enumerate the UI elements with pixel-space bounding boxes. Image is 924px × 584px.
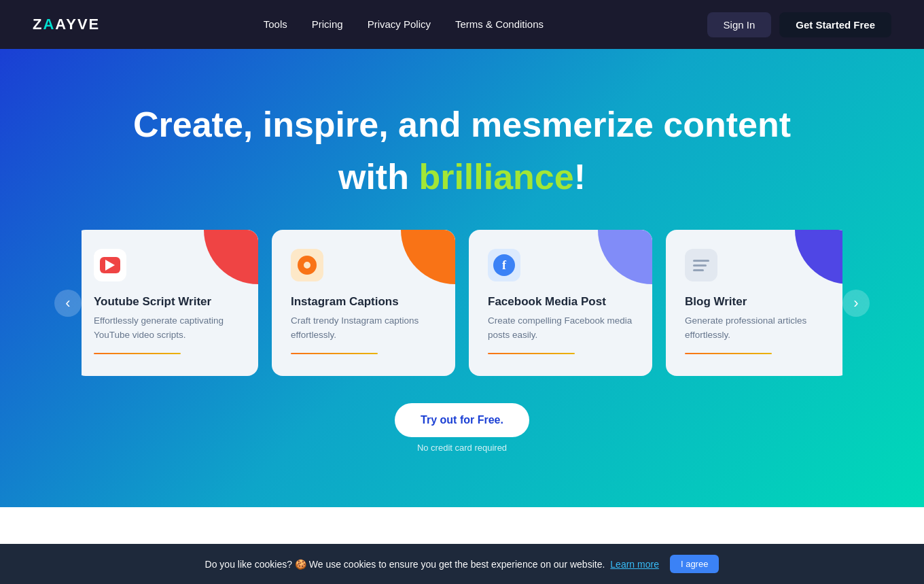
instagram-icon bbox=[291, 249, 323, 281]
signin-button[interactable]: Sign In bbox=[707, 12, 772, 37]
card-title-facebook: Facebook Media Post bbox=[488, 295, 633, 309]
nav-privacy[interactable]: Privacy Policy bbox=[368, 18, 431, 30]
nav-links: Tools Pricing Privacy Policy Terms & Con… bbox=[264, 18, 544, 31]
try-free-button[interactable]: Try out for Free. bbox=[395, 403, 529, 437]
carousel-prev-button[interactable]: ‹ bbox=[54, 290, 82, 317]
cookie-agree-button[interactable]: I agree bbox=[670, 555, 719, 573]
card-deco-youtube bbox=[204, 230, 258, 284]
youtube-icon bbox=[94, 249, 126, 281]
hero-title-line1: Create, inspire, and mesmerize content bbox=[33, 103, 891, 145]
card-youtube: Youtube Script Writer Effortlessly gener… bbox=[82, 230, 258, 376]
card-divider-facebook bbox=[488, 353, 575, 354]
cookie-learn-more[interactable]: Learn more bbox=[610, 559, 659, 570]
card-facebook: f Facebook Media Post Create compelling … bbox=[469, 230, 652, 376]
card-deco-instagram bbox=[401, 230, 455, 284]
card-desc-instagram: Craft trendy Instagram captions effortle… bbox=[291, 314, 436, 342]
nav-pricing[interactable]: Pricing bbox=[312, 18, 343, 30]
cards-container: Youtube Script Writer Effortlessly gener… bbox=[82, 230, 842, 376]
card-title-youtube: Youtube Script Writer bbox=[94, 295, 239, 309]
try-note: No credit card required bbox=[417, 443, 507, 453]
blog-icon bbox=[685, 249, 717, 281]
card-desc-youtube: Effortlessly generate captivating YouTub… bbox=[94, 314, 239, 342]
card-desc-blog: Generate professional articles effortles… bbox=[685, 314, 830, 342]
card-instagram: Instagram Captions Craft trendy Instagra… bbox=[272, 230, 455, 376]
card-deco-blog bbox=[795, 230, 842, 284]
card-divider-instagram bbox=[291, 353, 378, 354]
hero-title-line2: with brilliance! bbox=[33, 156, 891, 197]
card-divider-blog bbox=[685, 353, 772, 354]
card-divider-youtube bbox=[94, 353, 181, 354]
cookie-text: Do you like cookies? 🍪 We use cookies to… bbox=[205, 559, 605, 570]
get-started-button[interactable]: Get Started Free bbox=[779, 12, 891, 37]
card-deco-facebook bbox=[598, 230, 652, 284]
nav-actions: Sign In Get Started Free bbox=[707, 12, 891, 37]
try-section: Try out for Free. No credit card require… bbox=[33, 403, 891, 453]
cookie-banner: Do you like cookies? 🍪 We use cookies to… bbox=[0, 544, 924, 584]
card-title-blog: Blog Writer bbox=[685, 295, 830, 309]
hero-section: Create, inspire, and mesmerize content w… bbox=[0, 49, 924, 507]
card-title-instagram: Instagram Captions bbox=[291, 295, 436, 309]
card-desc-facebook: Create compelling Facebook media posts e… bbox=[488, 314, 633, 342]
nav-terms[interactable]: Terms & Conditions bbox=[455, 18, 544, 30]
facebook-icon: f bbox=[488, 249, 520, 281]
navbar: ZAAYVE Tools Pricing Privacy Policy Term… bbox=[0, 0, 924, 49]
carousel-next-button[interactable]: › bbox=[842, 290, 870, 317]
nav-tools[interactable]: Tools bbox=[264, 18, 287, 30]
logo: ZAAYVE bbox=[33, 16, 100, 33]
card-blog: Blog Writer Generate professional articl… bbox=[666, 230, 842, 376]
carousel: ‹ Youtube Script Writer Effortlessly gen… bbox=[54, 230, 870, 376]
brilliance-text: brilliance bbox=[419, 157, 573, 196]
